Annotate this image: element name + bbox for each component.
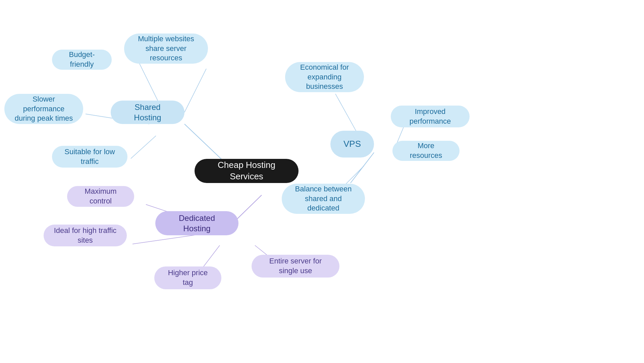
vps-leaf-2: More resources bbox=[392, 141, 460, 161]
shared-hosting-node: Shared Hosting bbox=[111, 101, 184, 124]
dedicated-leaf-2: Higher price tag bbox=[154, 266, 221, 289]
svg-line-3 bbox=[184, 69, 206, 112]
svg-line-12 bbox=[132, 235, 198, 244]
center-node: Cheap Hosting Services bbox=[195, 159, 299, 183]
shared-leaf-0: Multiple websites share server resources bbox=[124, 34, 208, 64]
shared-leaf-1: Budget-friendly bbox=[52, 50, 112, 70]
dedicated-leaf-1: Ideal for high traffic sites bbox=[44, 225, 127, 246]
vps-node: VPS bbox=[330, 131, 374, 158]
vps-leaf-0: Economical for expanding businesses bbox=[285, 62, 364, 92]
svg-line-2 bbox=[235, 195, 262, 221]
mind-map-diagram: Cheap Hosting Services Shared Hosting Mu… bbox=[0, 0, 644, 363]
svg-line-6 bbox=[131, 136, 156, 159]
dedicated-hosting-node: Dedicated Hosting bbox=[155, 211, 238, 235]
dedicated-leaf-0: Maximum control bbox=[67, 186, 134, 207]
shared-leaf-3: Suitable for low traffic bbox=[52, 146, 127, 168]
shared-leaf-2: Slower performance during peak times bbox=[4, 94, 83, 124]
dedicated-leaf-3: Entire server for single use bbox=[252, 255, 339, 278]
vps-leaf-3: Balance between shared and dedicated bbox=[282, 184, 365, 214]
vps-leaf-1: Improved performance bbox=[391, 106, 470, 127]
